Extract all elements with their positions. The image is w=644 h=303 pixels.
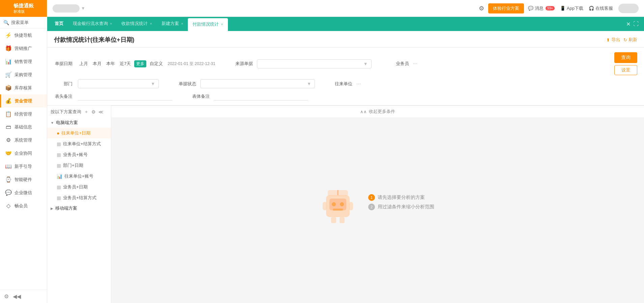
scheme-item-dept-date-label: 部门+日期 xyxy=(63,162,83,169)
header-note-input[interactable] xyxy=(78,92,172,100)
settings-bottom-icon[interactable]: ⚙ xyxy=(4,293,9,300)
content-area: 付款情况统计(往来单位+日期) ⬆ 导出 ↻ 刷新 单据日期 上月 本月 xyxy=(47,31,644,303)
sales-label: 销售管理 xyxy=(14,59,32,65)
sidebar-item-weixin[interactable]: 💬 企业微信 xyxy=(0,186,47,199)
source-select[interactable]: ▼ xyxy=(257,59,372,68)
messages-button[interactable]: 💬 消息 99+ xyxy=(528,5,555,11)
scheme-table-icon-4: ▦ xyxy=(57,184,61,190)
sidebar-item-hardware[interactable]: ⌚ 智能硬件 xyxy=(0,173,47,186)
tab-cashflow[interactable]: 现金银行流水查询 × xyxy=(68,17,117,31)
tab-receipts-close[interactable]: × xyxy=(150,22,152,26)
date-option-7days[interactable]: 近7天 xyxy=(118,60,132,67)
date-option-this-month[interactable]: 本月 xyxy=(91,60,103,67)
finance-icon: 💰 xyxy=(5,98,12,104)
online-service-button[interactable]: 🎧 在线客服 xyxy=(589,5,613,11)
sidebar-item-cooperation[interactable]: 🤝 企业协同 xyxy=(0,147,47,160)
date-option-more[interactable]: 更多 xyxy=(134,60,146,67)
sidebar-item-finance[interactable]: 💰 资金管理 xyxy=(0,94,47,108)
query-button[interactable]: 查询 xyxy=(614,52,637,63)
sidebar-item-search[interactable]: 🔍 搜索菜单 xyxy=(0,17,47,29)
sidebar-item-guide[interactable]: 📖 新手引导 xyxy=(0,160,47,173)
scheme-item-unit-account-label: 往来单位+账号 xyxy=(64,173,93,179)
sidebar-item-operation[interactable]: 📋 经营管理 xyxy=(0,108,47,121)
sidebar-item-system[interactable]: ⚙ 系统管理 xyxy=(0,133,47,147)
app-download-button[interactable]: 📱 App下载 xyxy=(560,5,583,11)
scheme-item-salesperson-account[interactable]: ▦ 业务员+账号 xyxy=(47,149,111,160)
tab-receipts-label: 收款情况统计 xyxy=(121,21,148,27)
svg-rect-4 xyxy=(333,209,343,211)
tab-expand-icon[interactable]: ⛶ xyxy=(633,21,639,27)
tab-new-scheme[interactable]: 新建方案 × xyxy=(157,17,188,31)
body-note-input[interactable] xyxy=(214,92,308,100)
refresh-button[interactable]: ↻ 刷新 xyxy=(623,37,637,43)
user-avatar-placeholder xyxy=(53,4,80,12)
quicknav-label: 快捷导航 xyxy=(14,32,32,38)
export-icon: ⬆ xyxy=(606,37,610,42)
weixin-label: 企业微信 xyxy=(14,190,32,196)
collapse-sidebar-icon[interactable]: ◀◀ xyxy=(13,293,21,300)
scheme-item-unit-account[interactable]: 📊 往来单位+账号 xyxy=(47,171,111,182)
source-filter-label: 来源单据 xyxy=(234,61,253,67)
scheme-table-icon-3: ▦ xyxy=(57,163,61,168)
add-scheme-icon[interactable]: ＋ xyxy=(84,109,89,115)
trial-industry-button[interactable]: 体验行业方案 xyxy=(488,3,524,13)
sidebar-item-marketing[interactable]: 🎁 营销推广 xyxy=(0,42,47,55)
empty-step1-text: 请先选择要分析的方案 xyxy=(378,194,425,201)
tab-receipts[interactable]: 收款情况统计 × xyxy=(117,17,156,31)
search-icon: 🔍 xyxy=(3,20,9,25)
scheme-desktop-group[interactable]: ▼ 电脑端方案 xyxy=(47,118,111,128)
scheme-table-icon-1: ▦ xyxy=(57,141,61,147)
scheme-item-dept-date[interactable]: ▦ 部门+日期 xyxy=(47,160,111,171)
page-title: 付款情况统计(往来单位+日期) xyxy=(54,36,135,44)
empty-texts: 1 请先选择要分析的方案 2 用过滤条件来缩小分析范围 xyxy=(368,194,434,213)
sidebar-item-basicinfo[interactable]: 🗃 基础信息 xyxy=(0,121,47,133)
related-unit-dots[interactable]: ··· xyxy=(356,81,361,87)
sidebar-item-inventory[interactable]: 📦 库存核算 xyxy=(0,81,47,94)
tabbar: 首页 现金银行流水查询 × 收款情况统计 × 新建方案 × 付款情况统计 × ✕… xyxy=(47,17,644,31)
sidebar-item-purchase[interactable]: 🛒 采购管理 xyxy=(0,68,47,81)
salesperson-dots[interactable]: ··· xyxy=(413,61,417,66)
empty-step2-text: 用过滤条件来缩小分析范围 xyxy=(378,204,434,210)
sidebar-item-member[interactable]: ◇ 畅会员 xyxy=(0,199,47,212)
scheme-item-unit-settlement[interactable]: ▦ 往来单位+结算方式 xyxy=(47,139,111,149)
tab-payments[interactable]: 付款情况统计 × xyxy=(188,18,228,31)
tab-home[interactable]: 首页 xyxy=(50,17,68,31)
chevron-down-icon: ▼ xyxy=(81,6,85,11)
collapse-more-conditions-button[interactable]: ∧∧ 收起更多条件 xyxy=(111,105,644,117)
export-button[interactable]: ⬆ 导出 xyxy=(606,37,620,43)
tab-new-scheme-close[interactable]: × xyxy=(181,22,183,26)
scheme-mobile-group[interactable]: ▶ 移动端方案 xyxy=(47,203,111,213)
phone-icon: 📱 xyxy=(560,6,565,11)
user-avatar[interactable] xyxy=(618,4,639,13)
messages-badge: 99+ xyxy=(546,6,555,10)
tab-cashflow-close[interactable]: × xyxy=(110,22,112,26)
dept-select[interactable]: ▼ xyxy=(78,79,159,88)
empty-step-2: 2 用过滤条件来缩小分析范围 xyxy=(368,204,434,210)
purchase-label: 采购管理 xyxy=(14,72,32,78)
date-option-this-year[interactable]: 本年 xyxy=(105,60,116,67)
svg-rect-6 xyxy=(349,202,353,210)
scheme-settings-icon[interactable]: ⚙ xyxy=(91,109,96,115)
doc-status-select[interactable]: ▼ xyxy=(200,79,315,88)
tab-payments-close[interactable]: × xyxy=(221,22,223,26)
action-buttons: 查询 设置 xyxy=(614,52,637,75)
date-option-custom[interactable]: 自定义 xyxy=(148,60,164,67)
filter-row-2: 部门 ▼ 单据状态 ▼ 往来单位 ··· xyxy=(54,79,637,88)
scheme-item-unit-date-label: 往来单位+日期 xyxy=(61,130,90,136)
sidebar-bottom: ⚙ ◀◀ xyxy=(0,290,47,303)
scheme-collapse-icon[interactable]: ≪ xyxy=(98,109,104,115)
scheme-item-salesperson-settlement[interactable]: ▦ 业务员+结算方式 xyxy=(47,192,111,203)
svg-rect-7 xyxy=(331,217,336,223)
filter-settings-button[interactable]: 设置 xyxy=(614,65,637,75)
sidebar-item-quicknav[interactable]: ⚡ 快捷导航 xyxy=(0,29,47,42)
scheme-item-salesperson-date[interactable]: ▦ 业务员+日期 xyxy=(47,182,111,192)
tab-close-all-icon[interactable]: ✕ xyxy=(626,21,631,27)
app-name: 畅捷通账 xyxy=(13,3,34,9)
scheme-item-unit-date[interactable]: ● 往来单位+日期 xyxy=(47,128,111,139)
date-option-last-month[interactable]: 上月 xyxy=(78,60,89,67)
sidebar-item-sales[interactable]: 📊 销售管理 xyxy=(0,55,47,68)
scheme-header: 按以下方案查询 ＋ ⚙ ≪ xyxy=(47,109,111,118)
desktop-group-label: 电脑端方案 xyxy=(56,120,78,126)
collapse-chevron-icon: ∧∧ xyxy=(360,109,367,114)
topbar-settings-icon[interactable]: ⚙ xyxy=(479,5,484,12)
